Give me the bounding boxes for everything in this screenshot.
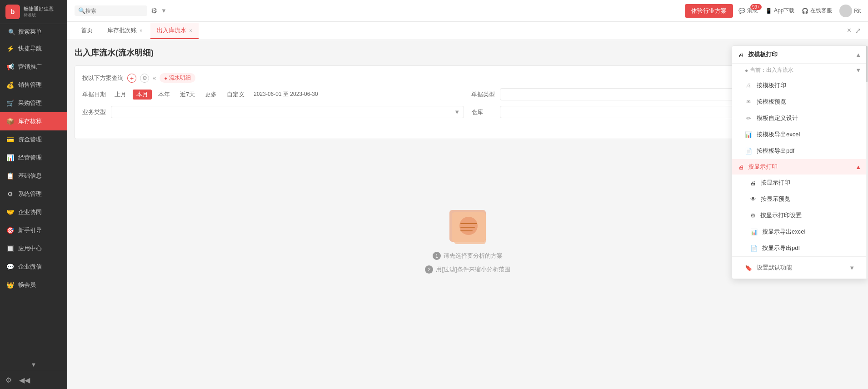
date-opt-last-month[interactable]: 上月: [111, 90, 130, 100]
filter-chip[interactable]: ● 流水明细: [160, 73, 195, 83]
dropdown-template-design[interactable]: ✏ 模板自定义设计: [732, 110, 868, 126]
display-excel-label: 按显示导出excel: [762, 228, 805, 236]
tab-flow[interactable]: 出入库流水 ×: [150, 23, 198, 39]
excel-icon: 📊: [745, 131, 752, 138]
tab-flow-label: 出入库流水: [157, 26, 186, 35]
step1-text: 请先选择要分析的方案: [444, 252, 503, 260]
set-default-button[interactable]: 🔖 设置默认功能 ▼: [738, 260, 861, 275]
logo-icon: b: [5, 5, 20, 19]
filter-date-label: 单据日期: [82, 90, 107, 99]
nav-label: 销售管理: [18, 81, 42, 89]
nav-label: 企业协同: [18, 208, 42, 216]
dropdown-display-print[interactable]: 🖨 按显示打印: [732, 175, 868, 191]
content-area: 出入库流水(流水明细) 🖨 按模板打印 ▲ ⬆ 导出 ↻ 刷新: [67, 40, 868, 389]
tab-home[interactable]: 首页: [75, 23, 99, 39]
nav-label: 采购管理: [18, 99, 42, 107]
brand-version: 标准版: [24, 12, 54, 18]
nav-label: 库存核算: [18, 117, 42, 125]
nav-label: 新手引导: [18, 226, 42, 234]
search-input[interactable]: [85, 8, 131, 14]
step2-text: 用[过滤]条件来缩小分析范围: [436, 265, 510, 274]
nav-icon: ⚙: [5, 190, 15, 199]
window-controls: × ⤢: [847, 26, 861, 35]
filter-add-button[interactable]: +: [127, 74, 136, 83]
display-settings-label: 按显示打印设置: [760, 211, 802, 219]
nav-label: 应用中心: [18, 244, 42, 253]
date-opt-current-year[interactable]: 本年: [155, 90, 174, 100]
messages-badge: 99+: [750, 4, 762, 10]
window-close-btn[interactable]: ×: [847, 26, 851, 35]
dropdown-display-preview[interactable]: 👁 按显示预览: [732, 191, 868, 207]
filter-biztype-select[interactable]: ▼: [111, 106, 464, 118]
nav-icon: ⚡: [5, 44, 15, 53]
chevron-down-icon: ▼: [454, 109, 460, 115]
sidebar-item-marketing[interactable]: 📢 营销推广: [0, 58, 67, 76]
app-icon: 📱: [765, 8, 772, 14]
sidebar-item-finance[interactable]: 💳 资金管理: [0, 130, 67, 149]
sidebar-item-appcenter[interactable]: 🔲 应用中心: [0, 239, 67, 258]
section-arrow-up[interactable]: ▲: [855, 164, 861, 170]
date-opt-more[interactable]: 更多: [201, 90, 220, 100]
sidebar-item-enterprise[interactable]: 🤝 企业协同: [0, 203, 67, 221]
filter-settings-button[interactable]: ⚙: [140, 74, 149, 83]
filter-collapse-button[interactable]: «: [153, 75, 156, 81]
date-opt-7days[interactable]: 近7天: [176, 90, 199, 100]
print-icon: 🖨: [745, 82, 752, 89]
sidebar-item-system[interactable]: ⚙ 系统管理: [0, 185, 67, 203]
sidebar-item-wechat[interactable]: 💬 企业微信: [0, 258, 67, 276]
dropdown-display-pdf[interactable]: 📄 按显示导出pdf: [732, 240, 868, 256]
topbar-dropdown-arrow[interactable]: ▼: [161, 7, 167, 14]
filter-doctype-label: 单据类型: [471, 90, 496, 99]
dropdown-template-excel[interactable]: 📊 按模板导出excel: [732, 126, 868, 143]
nav-icon: 👑: [5, 280, 15, 289]
sidebar-scroll-down[interactable]: ▼: [0, 359, 67, 371]
messages-button[interactable]: 💬 消息 99+: [738, 7, 758, 15]
nav-icon: 🤝: [5, 208, 15, 217]
search-bar[interactable]: 🔍: [75, 5, 147, 16]
online-service-button[interactable]: 🎧 在线客服: [802, 7, 832, 15]
tab-batch[interactable]: 库存批次账 ×: [101, 23, 149, 39]
template-print-label: 按模板打印: [757, 81, 786, 90]
dropdown-template-print[interactable]: 🖨 按模板打印: [732, 77, 868, 94]
nav-icon: 💰: [5, 80, 15, 90]
app-download-button[interactable]: 📱 App下载: [765, 7, 794, 15]
collapse-icon[interactable]: ◀◀: [19, 376, 30, 384]
nav-icon: 🔲: [5, 244, 15, 253]
sidebar-item-sales[interactable]: 💰 销售管理: [0, 76, 67, 94]
sidebar-item-guide[interactable]: 🎯 新手引导: [0, 221, 67, 239]
sidebar-item-basics[interactable]: 📋 基础信息: [0, 167, 67, 185]
settings-icon[interactable]: ⚙: [5, 376, 12, 384]
tab-flow-close[interactable]: ×: [189, 28, 192, 33]
trial-button[interactable]: 体验行业方案: [685, 4, 733, 18]
topbar-gear-icon[interactable]: ⚙: [151, 6, 157, 15]
dropdown-scrollbar-thumb[interactable]: [866, 46, 868, 82]
step2-num: 2: [425, 265, 433, 274]
nav-label: 畅会员: [18, 281, 36, 289]
nav-label: 资金管理: [18, 135, 42, 144]
date-opt-current-month[interactable]: 本月: [133, 90, 152, 100]
sidebar-item-vip[interactable]: 👑 畅会员: [0, 276, 67, 294]
display-print-section-header[interactable]: 🖨 按显示打印 ▲: [732, 159, 868, 175]
sidebar-item-quick-nav[interactable]: ⚡ 快捷导航: [0, 40, 67, 58]
dropdown-display-excel[interactable]: 📊 按显示导出excel: [732, 224, 868, 240]
display-print-icon: 🖨: [738, 164, 744, 170]
sidebar-search[interactable]: 🔍 搜索菜单: [0, 24, 67, 40]
sidebar-item-purchase[interactable]: 🛒 采购管理: [0, 94, 67, 112]
dropdown-template-pdf[interactable]: 📄 按模板导出pdf: [732, 143, 868, 159]
template-excel-label: 按模板导出excel: [757, 130, 800, 139]
sidebar-item-operations[interactable]: 📊 经营管理: [0, 149, 67, 167]
set-default-label: 设置默认功能: [757, 264, 792, 272]
headset-icon: 🎧: [802, 8, 808, 14]
tab-home-label: 首页: [81, 26, 93, 35]
window-maximize-btn[interactable]: ⤢: [855, 26, 861, 35]
dropdown-display-settings[interactable]: ⚙ 按显示打印设置: [732, 207, 868, 224]
dropdown-collapse-btn[interactable]: ▲: [855, 51, 861, 58]
set-default-icon: 🔖: [745, 264, 752, 271]
current-dropdown-arrow[interactable]: ▼: [855, 67, 861, 74]
sidebar-item-inventory[interactable]: 📦 库存核算: [0, 112, 67, 130]
dropdown-template-preview[interactable]: 👁 按模板预览: [732, 94, 868, 110]
tab-batch-close[interactable]: ×: [140, 28, 142, 33]
date-opt-custom[interactable]: 自定义: [223, 90, 248, 100]
nav-label: 系统管理: [18, 190, 42, 198]
user-menu[interactable]: Rit: [839, 5, 861, 17]
